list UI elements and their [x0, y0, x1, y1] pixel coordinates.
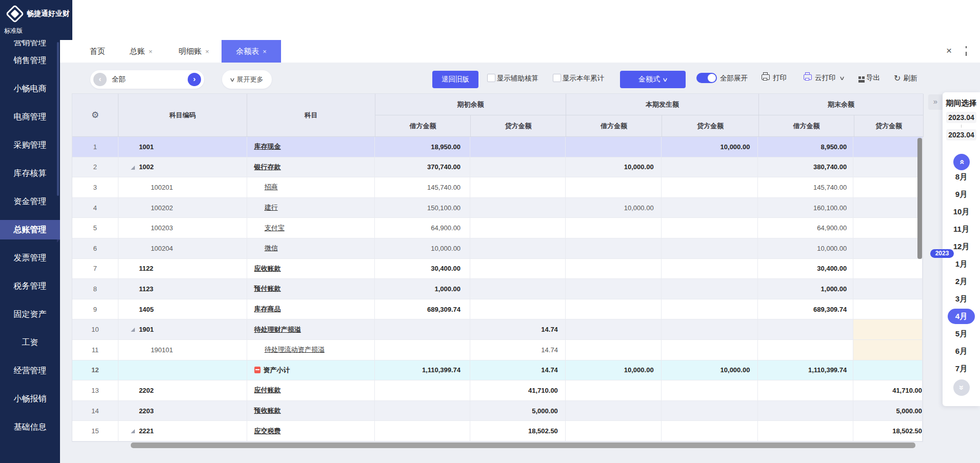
sidebar-item-基础信息[interactable]: 基础信息	[0, 417, 60, 437]
sidebar-item-销售管理[interactable]: 销售管理	[0, 51, 60, 70]
period-panel-collapse[interactable]: »	[928, 94, 943, 110]
expand-triangle-icon[interactable]	[131, 429, 135, 433]
month-9月[interactable]: 9月	[943, 187, 980, 202]
header-account-name: 科目	[247, 94, 375, 137]
month-4月[interactable]: 4月	[948, 309, 975, 324]
vertical-scrollbar[interactable]	[917, 138, 922, 259]
sidebar-item-税务管理[interactable]: 税务管理	[0, 276, 60, 296]
table-row-5[interactable]: 5100203支付宝64,900.0064,900.00	[72, 218, 923, 238]
account-name-link[interactable]: 待处理财产损溢	[254, 325, 301, 334]
amount-value: 14.74	[541, 326, 558, 333]
month-5月[interactable]: 5月	[943, 326, 980, 341]
tab-close-icon[interactable]: ×	[205, 48, 209, 55]
period-to[interactable]: 2023.04	[946, 129, 976, 140]
sidebar-item-库存核算[interactable]: 库存核算	[0, 164, 60, 183]
account-name-link[interactable]: 应交税费	[254, 427, 281, 436]
account-name-link[interactable]: 建行	[265, 203, 278, 212]
scroll-up-button[interactable]: »	[953, 154, 970, 170]
month-11月[interactable]: 11月	[943, 222, 980, 237]
chevron-right-icon[interactable]: ›	[188, 73, 201, 86]
export-button[interactable]: 导出	[858, 73, 880, 83]
account-name-link[interactable]: 预付账款	[254, 284, 281, 293]
tab-首页[interactable]: 首页	[77, 40, 118, 63]
expand-more-button[interactable]: ∨展开更多	[222, 70, 272, 89]
period-from[interactable]: 2023.04	[946, 112, 976, 123]
month-3月[interactable]: 3月	[943, 291, 980, 307]
close-icon[interactable]: ×	[946, 45, 952, 56]
expand-triangle-icon[interactable]	[131, 328, 135, 332]
account-code-cell: 2202	[118, 380, 247, 400]
table-row-15[interactable]: 152221应交税费18,502.5018,502.50	[72, 421, 923, 441]
print-button[interactable]: 打印	[762, 73, 787, 83]
cloud-print-button[interactable]: 云打印 ∨	[804, 73, 844, 83]
table-row-11[interactable]: 11190101待处理流动资产损溢14.74	[72, 340, 923, 360]
tab-close-icon[interactable]: ×	[149, 48, 153, 55]
table-gear-icon[interactable]: ⚙	[91, 110, 99, 120]
account-name-link[interactable]: 银行存款	[254, 163, 281, 172]
sidebar-item-经营管理[interactable]: 经营管理	[0, 361, 60, 380]
amount-cell	[662, 340, 758, 360]
month-2月[interactable]: 2月	[943, 274, 980, 289]
account-name-link[interactable]: 应收账款	[254, 264, 281, 273]
account-name-link[interactable]: 招商	[265, 183, 278, 192]
table-row-7[interactable]: 71122应收账款30,400.0030,400.00	[72, 259, 923, 279]
sidebar-item-资金管理[interactable]: 资金管理	[0, 192, 60, 211]
show-aux-label[interactable]: 显示辅助核算	[497, 74, 538, 83]
tab-余额表[interactable]: 余额表×	[222, 40, 281, 63]
account-name-link[interactable]: 预收账款	[254, 406, 281, 415]
fullscreen-icon[interactable]	[966, 46, 967, 56]
sidebar-item-小畅电商[interactable]: 小畅电商	[0, 79, 60, 98]
account-code: 2203	[139, 407, 154, 415]
month-1月[interactable]: 1月	[943, 256, 980, 272]
show-aux-checkbox[interactable]	[487, 74, 495, 82]
table-row-10[interactable]: 101901待处理财产损溢14.74	[72, 319, 923, 340]
account-code: 1122	[139, 265, 153, 272]
table-header: ⚙科目编码科目期初余额本期发生额期末余额借方金额贷方金额借方金额贷方金额借方金额…	[72, 94, 923, 137]
show-ytd-label[interactable]: 显示本年累计	[563, 74, 604, 83]
sidebar-item-小畅报销[interactable]: 小畅报销	[0, 389, 60, 409]
account-name-link[interactable]: 应付账款	[254, 386, 281, 395]
month-6月[interactable]: 6月	[943, 344, 980, 359]
table-row-13[interactable]: 132202应付账款41,710.0041,710.00	[72, 380, 923, 401]
table-row-1[interactable]: 11001库存现金18,950.0010,000.008,950.00	[72, 137, 923, 157]
amount-cell: 1,000.00	[758, 279, 853, 299]
account-name-link[interactable]: 微信	[265, 244, 278, 253]
scroll-down-button[interactable]: »	[953, 379, 970, 396]
table-row-12[interactable]: 12资产小计1,110,399.7414.7410,000.0010,000.0…	[72, 360, 923, 381]
sidebar-item-采购管理[interactable]: 采购管理	[0, 135, 60, 155]
scope-filter[interactable]: ‹ 全部 ›	[90, 70, 204, 89]
sidebar-item-电商管理[interactable]: 电商管理	[0, 107, 60, 127]
account-name-link[interactable]: 库存现金	[254, 142, 281, 151]
expand-all-toggle[interactable]	[696, 73, 717, 83]
account-name-link[interactable]: 支付宝	[265, 224, 285, 233]
month-7月[interactable]: 7月	[943, 361, 980, 376]
tab-close-icon[interactable]: ×	[263, 48, 267, 55]
chevron-left-icon[interactable]: ‹	[93, 73, 107, 86]
sidebar-item-总账管理[interactable]: 总账管理	[0, 220, 60, 239]
show-ytd-checkbox[interactable]	[553, 74, 561, 82]
amount-cell: 1,110,399.74	[758, 360, 853, 380]
sidebar-item-固定资产[interactable]: 固定资产	[0, 305, 60, 324]
month-10月[interactable]: 10月	[943, 204, 980, 219]
expand-triangle-icon[interactable]	[131, 166, 135, 170]
month-8月[interactable]: 8月	[943, 169, 980, 185]
table-row-8[interactable]: 81123预付账款1,000.001,000.00	[72, 279, 923, 299]
back-to-old-button[interactable]: 退回旧版	[432, 71, 478, 88]
table-row-2[interactable]: 21002银行存款370,740.0010,000.00380,740.00	[72, 157, 923, 178]
horizontal-scrollbar[interactable]	[131, 442, 915, 448]
sidebar-item-工资[interactable]: 工资	[0, 333, 60, 352]
account-name-link[interactable]: 待处理流动资产损溢	[265, 345, 325, 354]
refresh-button[interactable]: ↻刷新	[894, 73, 917, 83]
account-name-link[interactable]: 库存商品	[254, 305, 281, 314]
table-row-9[interactable]: 91405库存商品689,309.74689,309.74	[72, 299, 923, 320]
table-row-4[interactable]: 4100202建行150,100.0010,000.00160,100.00	[72, 198, 923, 218]
sidebar-item-发票管理[interactable]: 发票管理	[0, 248, 60, 268]
table-row-14[interactable]: 142203预收账款5,000.005,000.00	[72, 401, 923, 421]
table-row-3[interactable]: 3100201招商145,740.00145,740.00	[72, 177, 923, 198]
amount-cell	[662, 279, 758, 299]
amount-mode-button[interactable]: 金额式 ∨	[620, 71, 686, 88]
sidebar-scrollbar[interactable]	[57, 42, 59, 196]
tab-明细账[interactable]: 明细账×	[168, 40, 219, 63]
tab-总账[interactable]: 总账×	[119, 40, 163, 63]
table-row-6[interactable]: 6100204微信10,000.0010,000.00	[72, 238, 923, 259]
